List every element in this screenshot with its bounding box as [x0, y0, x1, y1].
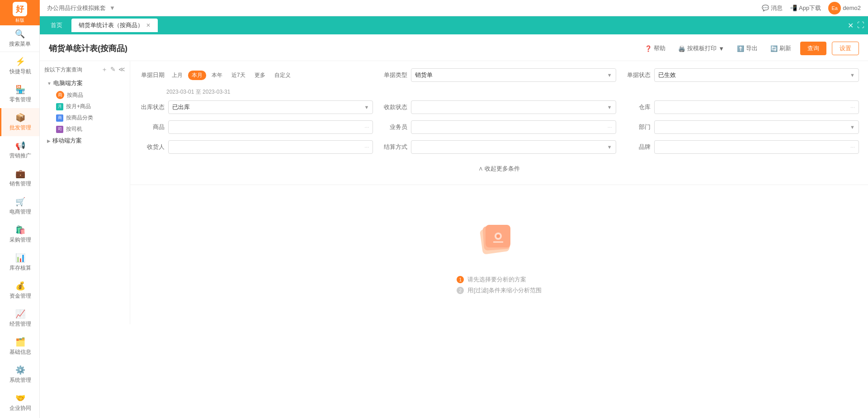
inventory-icon: 📊 [15, 253, 25, 263]
tab-close-window-btn[interactable]: ✕ [848, 21, 854, 30]
date-label: 单据日期 [139, 71, 165, 79]
tab-home[interactable]: 首页 [43, 19, 70, 32]
sidebar-item-purchase[interactable]: 🛍️ 采购管理 [0, 220, 39, 248]
brand-value[interactable]: ··· [654, 140, 859, 154]
left-panel-header: 按以下方案查询 ＋ ✎ ≪ [44, 66, 125, 74]
collapse-panel-icon[interactable]: ≪ [118, 66, 125, 74]
status-value[interactable]: 已生效 ▼ [654, 68, 859, 82]
sidebar-item-inventory[interactable]: 📊 库存核算 [0, 248, 39, 276]
sidebar-search[interactable]: 🔍 搜索菜单 [0, 25, 39, 52]
goods-value[interactable]: ··· [168, 120, 373, 134]
sidebar-item-quicknav[interactable]: ⚡ 快捷导航 [0, 52, 39, 80]
purchase-label: 采购管理 [9, 236, 31, 244]
sidebar-item-basic[interactable]: 🗂️ 基础信息 [0, 332, 39, 361]
shortcut-7days[interactable]: 近7天 [228, 71, 249, 80]
refresh-label: 刷新 [779, 44, 791, 52]
sales-label: 销售管理 [9, 180, 31, 188]
tab-close-btn[interactable]: ✕ [146, 22, 151, 28]
refresh-btn[interactable]: 🔄 刷新 [767, 43, 795, 54]
shortcut-last-month[interactable]: 上月 [168, 71, 186, 80]
scheme-goods-label: 按商品 [67, 91, 83, 99]
date-range-text: 2023-03-01 至 2023-03-31 [166, 89, 230, 95]
tree-item-desktop[interactable]: ▼ 电脑端方案 [44, 77, 125, 89]
empty-tip-2: 2 用[过滤]条件来缩小分析范围 [457, 286, 541, 294]
warehouse-value[interactable]: ··· [654, 100, 859, 114]
receiver-value[interactable]: ··· [168, 140, 373, 154]
settings-button[interactable]: 设置 [832, 42, 859, 55]
query-button[interactable]: 查询 [800, 42, 826, 55]
payment-value[interactable]: ▼ [411, 140, 616, 154]
scheme-by-driver[interactable]: 司 按司机 [53, 124, 125, 135]
collapse-icon: ∧ [478, 165, 483, 172]
tab-maximize-btn[interactable]: ⛶ [857, 21, 864, 29]
sidebar-item-operations[interactable]: 📈 经营管理 [0, 304, 39, 332]
help-btn[interactable]: ❓ 帮助 [641, 43, 669, 54]
tabbar-actions: ✕ ⛶ [848, 21, 864, 30]
desktop-group-label: 电脑端方案 [53, 79, 83, 87]
receiver-label: 收货人 [139, 143, 165, 151]
left-panel-title: 按以下方案查询 [44, 66, 82, 74]
sidebar-item-finance[interactable]: 💰 资金管理 [0, 276, 39, 304]
message-icon: 💬 [762, 5, 769, 11]
type-value[interactable]: 销货单 ▼ [411, 68, 616, 82]
filter-date-field: 单据日期 上月 本月 本年 近7天 更多 自定义 [139, 71, 373, 80]
topbar-dropdown-icon[interactable]: ▼ [109, 5, 115, 11]
filter-type-field: 单据类型 销货单 ▼ [382, 68, 616, 82]
tip-text-1: 请先选择要分析的方案 [467, 276, 526, 284]
retail-label: 零售管理 [9, 96, 31, 104]
sidebar-menu: ⚡ 快捷导航 🏪 零售管理 📦 批发管理 📢 营销推广 💼 销售管理 🛒 电商管… [0, 52, 39, 418]
tabbar: 首页 销货单统计表（按商品） ✕ ✕ ⛶ [40, 16, 868, 34]
receipt-value[interactable]: ▼ [411, 100, 616, 114]
brand-label: 品牌 [625, 143, 651, 151]
user-avatar-area[interactable]: Ea demo2 [828, 2, 861, 14]
scheme-monthgoods-label: 按月+商品 [66, 103, 91, 110]
scheme-by-goods[interactable]: 商 按商品 [53, 89, 125, 101]
sidebar-item-sales[interactable]: 💼 销售管理 [0, 164, 39, 192]
ecommerce-label: 电商管理 [9, 208, 31, 216]
sidebar-item-wholesale[interactable]: 📦 批发管理 [0, 108, 39, 136]
sidebar-item-ecommerce[interactable]: 🛒 电商管理 [0, 192, 39, 220]
sidebar: 好 标版 🔍 搜索菜单 ⚡ 快捷导航 🏪 零售管理 📦 批发管理 📢 营销推广 … [0, 0, 40, 418]
collab-icon: 🤝 [15, 393, 25, 403]
scheme-driver-icon: 司 [56, 126, 63, 133]
filter-outstore-field: 出库状态 已出库 ▼ [139, 100, 373, 114]
type-label: 单据类型 [382, 71, 407, 79]
basic-label: 基础信息 [9, 348, 31, 356]
dept-value[interactable]: ▼ [654, 120, 859, 134]
payment-chevron-icon: ▼ [607, 144, 612, 150]
outstore-value[interactable]: 已出库 ▼ [168, 100, 373, 114]
scheme-by-category[interactable]: 商 按商品分类 [53, 112, 125, 124]
scheme-by-month-goods[interactable]: 月 按月+商品 [53, 101, 125, 112]
outstore-value-text: 已出库 [172, 103, 364, 111]
tree-item-mobile[interactable]: ▶ 移动端方案 [44, 135, 125, 147]
industry-name: 办公用品行业模拟账套 [47, 4, 106, 12]
logo[interactable]: 好 标版 [0, 0, 40, 25]
tab-sales-stats[interactable]: 销货单统计表（按商品） ✕ [71, 19, 158, 32]
staff-value[interactable]: ··· [411, 120, 616, 134]
sidebar-item-collab[interactable]: 🤝 企业协同 [0, 389, 39, 417]
sidebar-item-retail[interactable]: 🏪 零售管理 [0, 80, 39, 108]
scheme-category-label: 按商品分类 [66, 114, 93, 122]
topbar: 办公用品行业模拟账套 ▼ 💬 消息 📲 App下载 Ea demo2 [40, 0, 868, 16]
shortcut-this-year[interactable]: 本年 [208, 71, 226, 80]
filter-brand-field: 品牌 ··· [625, 140, 859, 154]
shortcut-more[interactable]: 更多 [251, 71, 269, 80]
sidebar-item-marketing[interactable]: 📢 营销推广 [0, 136, 39, 164]
mobile-group-label: 移动端方案 [52, 137, 82, 145]
add-scheme-icon[interactable]: ＋ [101, 66, 108, 74]
app-download-btn[interactable]: 📲 App下载 [790, 4, 821, 12]
edit-scheme-icon[interactable]: ✎ [110, 66, 116, 74]
shortcut-custom[interactable]: 自定义 [271, 71, 294, 80]
warehouse-label: 仓库 [625, 103, 651, 111]
goods-label: 商品 [139, 123, 165, 131]
scheme-driver-label: 按司机 [66, 125, 82, 133]
print-template-btn[interactable]: 🖨️ 按模板打印 ▼ [675, 43, 728, 54]
page-content: 销货单统计表(按商品) ❓ 帮助 🖨️ 按模板打印 ▼ ⬆️ 导出 🔄 刷新 [40, 34, 868, 418]
staff-label: 业务员 [382, 123, 407, 131]
shortcut-this-month[interactable]: 本月 [188, 71, 206, 80]
message-btn[interactable]: 💬 消息 [762, 4, 783, 12]
export-btn[interactable]: ⬆️ 导出 [733, 43, 761, 54]
sidebar-item-system[interactable]: ⚙️ 系统管理 [0, 361, 39, 389]
collapse-filters-btn[interactable]: ∧ 收起更多条件 [139, 160, 859, 177]
scheme-goods-icon: 商 [56, 91, 64, 99]
